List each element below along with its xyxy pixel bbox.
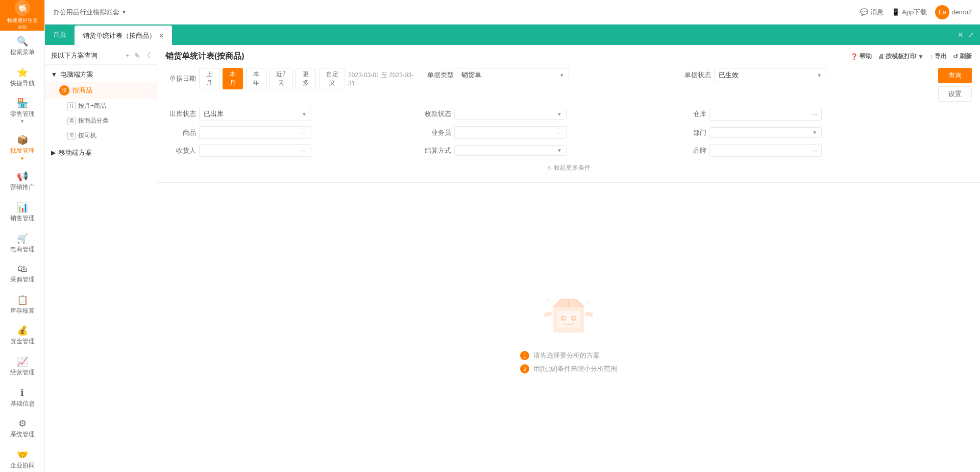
inventory-icon: 📋 xyxy=(17,294,28,305)
empty-steps: 1 请先选择要分析的方案 2 用[过滤]条件来缩小分析范围 xyxy=(520,351,617,373)
query-button[interactable]: 查询 xyxy=(938,68,972,83)
tree-node-by-month-goods[interactable]: 月 按月+商品 xyxy=(45,99,157,113)
sidebar-item-label: 搜索菜单 xyxy=(10,49,35,57)
settle-filter: 结算方式 ▼ xyxy=(421,145,670,156)
message-icon: 💬 xyxy=(860,8,868,16)
dropdown-arrow-icon: ▼ xyxy=(812,130,817,135)
home-label: 首页 xyxy=(53,30,66,39)
tree-node-by-goods[interactable]: 按 按商品 xyxy=(45,82,157,99)
sidebar-item-collab[interactable]: 🤝 企业协同 xyxy=(0,444,45,472)
date-label: 单据日期 xyxy=(165,74,196,83)
ecommerce-icon: 🛒 xyxy=(17,233,28,244)
sidebar-item-sales[interactable]: 📊 销售管理 xyxy=(0,197,45,228)
refresh-button[interactable]: ↺ 刷新 xyxy=(953,52,972,61)
date-btn-custom[interactable]: 自定义 xyxy=(319,68,345,89)
collect-status-select[interactable]: ▼ xyxy=(454,109,567,120)
tab-home[interactable]: 首页 xyxy=(45,25,75,45)
out-status-select[interactable]: 已出库 ▼ xyxy=(199,107,311,121)
tree-node-by-category[interactable]: 类 按商品分类 xyxy=(45,113,157,128)
sales-icon: 📊 xyxy=(17,202,28,213)
sidebar-item-label: 快捷导航 xyxy=(10,80,35,88)
doc-type-label: 单据类型 xyxy=(423,70,454,80)
dept-select[interactable]: ▼ xyxy=(709,127,822,138)
sidebar-item-search[interactable]: 🔍 搜索菜单 xyxy=(0,31,45,62)
add-scheme-button[interactable]: ＋ xyxy=(124,51,131,60)
collapse-label: ∧ 收起更多条件 xyxy=(547,164,590,171)
filter-row-3: 商品 ··· 业务员 ··· 部门 xyxy=(165,126,972,139)
salesman-input[interactable]: ··· xyxy=(454,126,567,139)
sidebar-item-inventory[interactable]: 📋 库存核算 xyxy=(0,289,45,320)
more-options-icon[interactable]: ··· xyxy=(556,129,562,136)
doc-status-label: 单据状态 xyxy=(680,70,711,80)
date-btn-last7[interactable]: 近7天 xyxy=(270,68,293,89)
app-download-button[interactable]: 📱 App下载 xyxy=(892,8,927,17)
left-panel-title: 按以下方案查询 xyxy=(51,51,97,60)
out-status-value: 已出库 xyxy=(204,109,224,119)
sidebar-item-label: 营销推广 xyxy=(10,183,35,192)
help-icon: ❓ xyxy=(850,53,858,60)
edit-scheme-button[interactable]: ✎ xyxy=(134,52,140,60)
date-btn-last-month[interactable]: 上月 xyxy=(199,68,219,89)
sidebar-item-marketing[interactable]: 📢 营销推广 xyxy=(0,166,45,197)
sidebar-item-nav[interactable]: ⭐ 快捷导航 xyxy=(0,62,45,93)
account-dropdown[interactable]: 办公用品行业模拟账套 ▼ xyxy=(53,8,127,17)
date-btn-this-month[interactable]: 本月 xyxy=(223,68,243,89)
dropdown-arrow-icon: ▼ xyxy=(817,73,822,78)
app-sub: 标版 xyxy=(18,24,27,31)
filter-area: 销货单统计表(按商品) ❓ 帮助 🖨 按模板打印 ▼ ↑ xyxy=(157,45,980,183)
message-button[interactable]: 💬 消息 xyxy=(860,8,884,17)
sidebar-item-business[interactable]: 📈 经营管理 xyxy=(0,351,45,382)
more-options-icon[interactable]: ··· xyxy=(812,110,817,118)
tree-node-by-driver[interactable]: 司 按司机 xyxy=(45,128,157,143)
warehouse-input[interactable]: ··· xyxy=(709,108,822,121)
sidebar-item-label: 采购管理 xyxy=(10,276,35,284)
sidebar-item-basic[interactable]: ℹ 基础信息 xyxy=(0,382,45,413)
app-logo: 畅 畅捷通好生意 标版 xyxy=(0,0,45,31)
receiver-label: 收货人 xyxy=(165,146,196,155)
sidebar-item-purchase[interactable]: 🛍 采购管理 xyxy=(0,258,45,289)
collapse-bar[interactable]: ∧ 收起更多条件 xyxy=(165,159,972,176)
date-btn-more[interactable]: 更多 xyxy=(296,68,316,89)
doc-status-select[interactable]: 已生效 ▼ xyxy=(714,68,826,82)
settle-select[interactable]: ▼ xyxy=(454,145,567,156)
finance-icon: 💰 xyxy=(17,325,28,336)
receiver-filter: 收货人 ··· xyxy=(165,144,414,157)
svg-text:✦: ✦ xyxy=(586,300,591,305)
sidebar-item-finance[interactable]: 💰 资金管理 xyxy=(0,320,45,351)
goods-label: 商品 xyxy=(165,128,196,137)
help-button[interactable]: ❓ 帮助 xyxy=(850,52,872,61)
collect-status-label: 收款状态 xyxy=(421,109,451,119)
user-menu[interactable]: Ea demo2 xyxy=(935,5,972,19)
sidebar-item-label: 基础信息 xyxy=(10,400,35,408)
expand-arrow-icon: ▶ xyxy=(51,149,56,156)
more-options-icon[interactable]: ··· xyxy=(812,147,817,154)
dropdown-arrow-icon: ▼ xyxy=(302,111,307,117)
retail-icon: 🏪 xyxy=(17,98,28,109)
more-options-icon[interactable]: ··· xyxy=(301,147,307,154)
sidebar-item-system[interactable]: ⚙ 系统管理 xyxy=(0,413,45,444)
print-button[interactable]: 🖨 按模板打印 ▼ xyxy=(878,52,924,61)
doc-type-select[interactable]: 销货单 ▼ xyxy=(457,68,569,82)
tree-node-pc[interactable]: ▼ 电脑端方案 xyxy=(45,67,157,82)
sidebar-item-wholesale[interactable]: 📦 批发管理 ▲ xyxy=(0,129,45,166)
collapse-panel-button[interactable]: 《 xyxy=(143,51,151,60)
expand-arrow-icon: ▼ xyxy=(51,71,57,78)
date-btn-this-year[interactable]: 本年 xyxy=(246,68,266,89)
sidebar-item-retail[interactable]: 🏪 零售管理 ▼ xyxy=(0,92,45,129)
goods-input[interactable]: ··· xyxy=(199,126,311,139)
avatar: Ea xyxy=(935,5,949,19)
svg-text:✦: ✦ xyxy=(546,296,551,303)
sidebar-item-ecommerce[interactable]: 🛒 电商管理 xyxy=(0,228,45,259)
settings-button[interactable]: 设置 xyxy=(938,86,972,102)
export-button[interactable]: ↑ 导出 xyxy=(930,52,947,61)
tree-node-mobile[interactable]: ▶ 移动端方案 xyxy=(45,145,157,160)
right-panel: 销货单统计表(按商品) ❓ 帮助 🖨 按模板打印 ▼ ↑ xyxy=(157,45,980,472)
close-all-icon[interactable]: ✕ xyxy=(958,31,964,39)
tab-close-icon[interactable]: ✕ xyxy=(159,32,164,39)
brand-input[interactable]: ··· xyxy=(709,144,822,157)
receiver-input[interactable]: ··· xyxy=(199,144,311,157)
maximize-icon[interactable]: ⤢ xyxy=(968,31,974,39)
out-status-label: 出库状态 xyxy=(165,109,196,119)
more-options-icon[interactable]: ··· xyxy=(301,129,307,136)
tab-sales-stats[interactable]: 销货单统计表（按商品） ✕ xyxy=(75,26,172,46)
